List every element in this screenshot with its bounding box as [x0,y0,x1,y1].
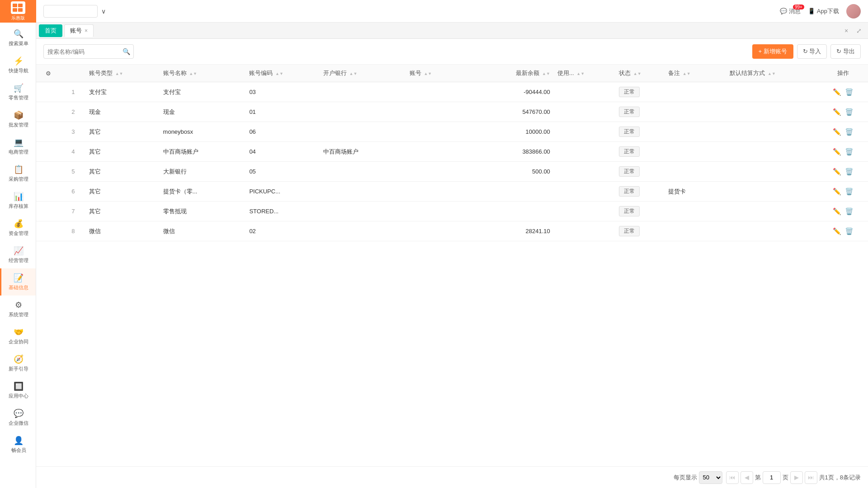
tab-home[interactable]: 首页 [39,24,62,37]
edit-button-4[interactable]: ✏️ [833,168,841,176]
col-remark-label: 备注 [668,70,680,76]
col-settlement[interactable]: 默认结算方式 ▲▼ [726,65,818,82]
first-page-button[interactable]: ⏮ [726,471,739,484]
table-row: 8 微信 微信 02 28241.10 正常 ✏️ 🗑️ [36,221,868,241]
page-size-select[interactable]: 50 100 200 [699,471,722,484]
app-download-button[interactable]: 📱 App下载 [808,7,839,15]
last-page-button[interactable]: ⏭ [805,471,817,484]
delete-button-3[interactable]: 🗑️ [845,148,854,156]
tab-close-button[interactable]: × [841,25,852,36]
sidebar-icon-purchase: 📋 [14,164,24,174]
col-remark[interactable]: 备注 ▲▼ [665,65,726,82]
topbar-dropdown-icon[interactable]: ∨ [101,8,106,15]
sidebar-item-wechat[interactable]: 💬 企业微信 [0,404,36,431]
sidebar-item-quick[interactable]: ⚡ 快捷导航 [0,52,36,79]
edit-button-7[interactable]: ✏️ [833,227,841,235]
edit-button-6[interactable]: ✏️ [833,207,841,216]
col-account[interactable]: 账号 ▲▼ [406,65,480,82]
col-usage[interactable]: 使用... ▲▼ [554,65,615,82]
delete-button-6[interactable]: 🗑️ [845,207,854,216]
row-status-1: 正常 [615,102,665,122]
row-status-7: 正常 [615,221,665,241]
next-page-button[interactable]: ▶ [790,471,803,484]
col-name[interactable]: 账号名称 ▲▼ [160,65,246,82]
row-type-3: 其它 [85,142,160,162]
tab-account-close[interactable]: × [85,28,88,34]
delete-button-5[interactable]: 🗑️ [845,188,854,196]
col-status[interactable]: 状态 ▲▼ [615,65,665,82]
row-usage-6 [554,202,615,221]
import-button[interactable]: ↻ 导入 [797,44,827,59]
delete-button-2[interactable]: 🗑️ [845,128,854,136]
table-row: 6 其它 提货卡（零... PICKUPC... 正常 提货卡 ✏️ 🗑️ [36,182,868,202]
col-bank-label: 开户银行 [323,70,347,76]
add-account-button[interactable]: + 新增账号 [752,44,793,59]
row-action-1: ✏️ 🗑️ [819,102,868,122]
message-button[interactable]: 💬 消息 99+ [780,7,801,15]
sidebar-item-system[interactable]: ⚙ 系统管理 [0,296,36,323]
delete-button-4[interactable]: 🗑️ [845,168,854,176]
row-type-7: 微信 [85,221,160,241]
col-action-label: 操作 [837,70,849,76]
col-code[interactable]: 账号编码 ▲▼ [245,65,320,82]
svg-rect-2 [13,8,17,12]
col-settings[interactable]: ⚙ [36,65,61,82]
col-action: 操作 [819,65,868,82]
sidebar-item-retail[interactable]: 🛒 零售管理 [0,79,36,106]
sidebar-item-inventory[interactable]: 📊 库存核算 [0,187,36,214]
sidebar-item-agreement[interactable]: 🤝 企业协同 [0,323,36,350]
edit-button-3[interactable]: ✏️ [833,148,841,156]
edit-button-5[interactable]: ✏️ [833,188,841,196]
sidebar-item-ecommerce[interactable]: 💻 电商管理 [0,133,36,160]
edit-button-1[interactable]: ✏️ [833,108,841,116]
sidebar-item-purchase[interactable]: 📋 采购管理 [0,160,36,187]
sidebar-item-basic[interactable]: 📝 基础信息 [0,268,36,296]
tab-actions: × ⤢ [841,25,866,36]
row-settlement-5 [726,182,818,202]
per-page-label: 每页显示 [674,474,697,482]
sort-remark-icon: ▲▼ [683,71,691,76]
row-usage-1 [554,102,615,122]
action-icons-6: ✏️ 🗑️ [822,207,864,216]
col-type[interactable]: 账号类型 ▲▼ [85,65,160,82]
account-search-input[interactable] [43,44,134,59]
sidebar: 乐惠版 🔍 搜索菜单 ⚡ 快捷导航 🛒 零售管理 📦 批发管理 💻 电商管理 📋… [0,0,36,488]
row-index-0: 1 [61,82,86,102]
col-bank[interactable]: 开户银行 ▲▼ [320,65,406,82]
row-bank-4 [320,162,406,182]
topbar-search-input[interactable] [43,5,98,18]
row-gear-4 [36,162,61,182]
sidebar-label-quick: 快捷导航 [9,67,28,74]
row-settlement-7 [726,221,818,241]
row-index-1: 2 [61,102,86,122]
app-download-icon: 📱 [808,8,815,14]
sidebar-icon-quick: ⚡ [14,56,24,66]
sidebar-item-member[interactable]: 👤 畅会员 [0,431,36,458]
prev-page-button[interactable]: ◀ [741,471,753,484]
row-balance-5 [480,182,554,202]
sidebar-icon-finance: 💰 [14,219,24,229]
sidebar-item-finance[interactable]: 💰 资金管理 [0,214,36,241]
row-usage-0 [554,82,615,102]
tab-expand-button[interactable]: ⤢ [854,25,864,36]
edit-button-2[interactable]: ✏️ [833,128,841,136]
table-row: 1 支付宝 支付宝 03 -90444.00 正常 ✏️ 🗑️ [36,82,868,102]
export-button[interactable]: ↻ 导出 [830,44,861,59]
col-balance[interactable]: 最新余额 ▲▼ [480,65,554,82]
sidebar-item-wholesale[interactable]: 📦 批发管理 [0,106,36,133]
delete-button-0[interactable]: 🗑️ [845,88,854,96]
user-avatar[interactable] [846,4,861,19]
row-name-4: 大新银行 [160,162,246,182]
row-code-4: 05 [245,162,320,182]
sidebar-item-operation[interactable]: 📈 经营管理 [0,241,36,268]
row-usage-7 [554,221,615,241]
tab-account[interactable]: 账号 × [64,24,94,37]
sidebar-item-appcenter[interactable]: 🔲 应用中心 [0,377,36,404]
sidebar-item-guide[interactable]: 🧭 新手引导 [0,350,36,377]
delete-button-7[interactable]: 🗑️ [845,227,854,235]
sidebar-label-wholesale: 批发管理 [9,122,28,128]
page-number-input[interactable] [763,471,781,484]
delete-button-1[interactable]: 🗑️ [845,108,854,116]
edit-button-0[interactable]: ✏️ [833,88,841,96]
sidebar-item-search[interactable]: 🔍 搜索菜单 [0,24,36,52]
